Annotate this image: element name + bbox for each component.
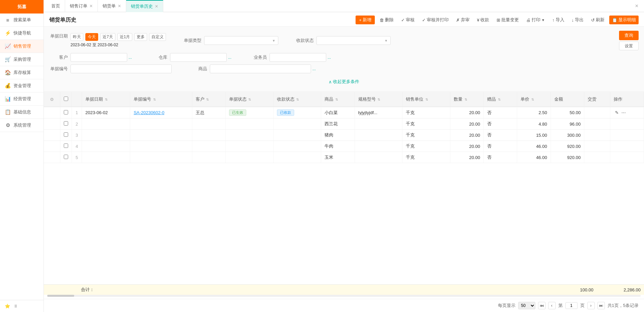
delete-button[interactable]: 🗑 删除 (377, 16, 396, 24)
sidebar-item-search-menu[interactable]: ≡ 搜索菜单 (0, 14, 44, 27)
sidebar-item-system[interactable]: ⚙ 系统管理 (0, 119, 44, 132)
salesperson-input[interactable] (270, 53, 326, 62)
gift-col-header[interactable]: 赠品 ⇅ (484, 92, 517, 107)
audit-print-button[interactable]: ✓ 审核并打印 (419, 16, 451, 24)
print-button[interactable]: 🖨 打印 ▼ (524, 16, 548, 24)
query-button[interactable]: 查询 (619, 31, 639, 40)
row-docno-4[interactable] (130, 152, 192, 163)
qty-sort-icon: ⇅ (465, 98, 467, 101)
tab-sales-history[interactable]: 销货单历史 ✕ (126, 0, 163, 12)
row-goods-2: 猪肉 (321, 130, 355, 141)
setting-button[interactable]: 设置 (619, 42, 639, 50)
row-docno-3[interactable] (130, 141, 192, 152)
goods-input[interactable] (210, 64, 311, 73)
sidebar-item-label: 库存核算 (13, 70, 31, 76)
per-page-select[interactable]: 50 100 200 (518, 302, 535, 309)
audit-button[interactable]: ✓ 审核 (398, 16, 417, 24)
customer-ellipsis[interactable]: ... (129, 55, 132, 60)
row-customer-3 (192, 141, 225, 152)
new-button[interactable]: + 新增 (356, 16, 375, 24)
row-docno-2[interactable] (130, 130, 192, 141)
yesterday-btn[interactable]: 昨天 (71, 33, 83, 41)
sidebar-item-finance[interactable]: 💰 资金管理 (0, 79, 44, 93)
prev-page-btn[interactable]: ‹ (548, 302, 556, 309)
sidebar-item-purchase[interactable]: 🛒 采购管理 (0, 53, 44, 66)
batch-change-button[interactable]: ⊞ 批量变更 (494, 16, 522, 24)
inventory-icon: 🏠 (5, 70, 11, 76)
tab-home[interactable]: 首页 (47, 0, 65, 12)
sidebar-item-basicinfo[interactable]: 📋 基础信息 (0, 106, 44, 119)
date-col-header[interactable]: 单据日期 ⇅ (82, 92, 130, 107)
sidebar-item-sales[interactable]: 📈 销售管理 (0, 40, 44, 53)
row-checkbox-3[interactable] (60, 141, 72, 152)
import-button[interactable]: ↑ 导入 (550, 16, 567, 24)
tab-sales-order[interactable]: 销售订单 ✕ (65, 0, 98, 12)
sidebar-star-icon[interactable]: ⭐ (5, 304, 10, 309)
sidebar-item-operations[interactable]: 📊 经营管理 (0, 93, 44, 106)
tab-close-sales-delivery[interactable]: ✕ (118, 4, 121, 8)
row-num-4: 5 (72, 152, 82, 163)
scrollbar-thumb[interactable] (47, 295, 74, 297)
expand-collapse-btn[interactable]: ∧ 收起更多条件 (329, 77, 359, 86)
last-page-btn[interactable]: ⏭ (597, 302, 605, 309)
custom-btn[interactable]: 自定义 (149, 33, 166, 41)
more-btn-0[interactable]: ⋯ (620, 110, 627, 115)
customer-col-header[interactable]: 客户 ⇅ (192, 92, 225, 107)
row-docno-0[interactable]: SA-20230602-0 (130, 107, 192, 119)
abandon-icon: ✗ (456, 18, 460, 23)
first-page-btn[interactable]: ⏮ (538, 302, 545, 309)
spec-col-header[interactable]: 规格型号 ⇅ (355, 92, 402, 107)
row-spec-0: tyjyjtyjdf... (355, 107, 402, 119)
tab-close-sales-history[interactable]: ✕ (155, 4, 158, 9)
row-docstatus-1 (225, 119, 273, 130)
docno-input[interactable] (71, 64, 172, 73)
price-col-header[interactable]: 单价 ⇅ (517, 92, 551, 107)
unit-col-header[interactable]: 销售单位 ⇅ (402, 92, 450, 107)
sidebar-item-inventory[interactable]: 🏠 库存核算 (0, 66, 44, 79)
tab-close-sales-order[interactable]: ✕ (89, 4, 93, 8)
goods-col-header[interactable]: 商品 ⇅ (321, 92, 355, 107)
next-page-btn[interactable]: › (587, 302, 595, 309)
warehouse-input[interactable] (170, 53, 227, 62)
paymentstatus-col-header[interactable]: 收款状态 ⇅ (273, 92, 321, 107)
docstatus-sort-icon: ⇅ (248, 98, 251, 101)
settings-gear-icon[interactable]: ⚙ (47, 95, 57, 104)
doc-type-select[interactable]: ▼ (204, 36, 278, 45)
row-checkbox-2[interactable] (60, 130, 72, 141)
page-input[interactable] (565, 302, 578, 309)
tab-close-all[interactable]: ✕ (632, 3, 641, 8)
edit-btn-0[interactable]: ✎ (614, 110, 620, 115)
row-qty-3: 20.00 (450, 141, 484, 152)
row-gift-1: 否 (484, 119, 517, 130)
export-button[interactable]: ↓ 导出 (569, 16, 587, 24)
date-range: 2023-06-02 至 2023-06-02 (71, 42, 166, 48)
docno-sort-icon: ⇅ (153, 98, 156, 101)
more-btn[interactable]: 更多 (134, 33, 147, 41)
goods-ellipsis[interactable]: ... (312, 67, 316, 71)
select-all-checkbox[interactable] (64, 97, 68, 101)
horizontal-scrollbar[interactable] (47, 295, 641, 297)
abandon-button[interactable]: ✗ 弃审 (453, 16, 472, 24)
row-checkbox-1[interactable] (60, 119, 72, 130)
row-checkbox-4[interactable] (60, 152, 72, 163)
row-transaction-2 (584, 130, 610, 141)
payment-status-select[interactable]: ▼ (316, 36, 391, 45)
date-label: 单据日期 (49, 33, 68, 39)
customer-input[interactable] (71, 53, 127, 62)
salesperson-ellipsis[interactable]: ... (328, 55, 331, 60)
sidebar-pause-icon[interactable]: ⏸ (13, 304, 18, 309)
7days-btn[interactable]: 近7天 (100, 33, 115, 41)
payment-button[interactable]: ¥ 收款 (474, 16, 492, 24)
qty-col-header[interactable]: 数量 ⇅ (450, 92, 484, 107)
row-docno-1[interactable] (130, 119, 192, 130)
show-detail-button[interactable]: 📋 显示明细 (609, 16, 639, 24)
warehouse-ellipsis[interactable]: ... (228, 55, 231, 60)
docno-col-header[interactable]: 单据编号 ⇅ (130, 92, 192, 107)
1month-btn[interactable]: 近1月 (117, 33, 133, 41)
sidebar-item-quick-nav[interactable]: ⚡ 快捷导航 (0, 27, 44, 40)
row-checkbox-0[interactable] (60, 107, 72, 119)
refresh-button[interactable]: ↺ 刷新 (588, 16, 607, 24)
docstatus-col-header[interactable]: 单据状态 ⇅ (225, 92, 273, 107)
today-btn[interactable]: 今天 (85, 33, 98, 41)
tab-sales-delivery[interactable]: 销货单 ✕ (98, 0, 126, 12)
